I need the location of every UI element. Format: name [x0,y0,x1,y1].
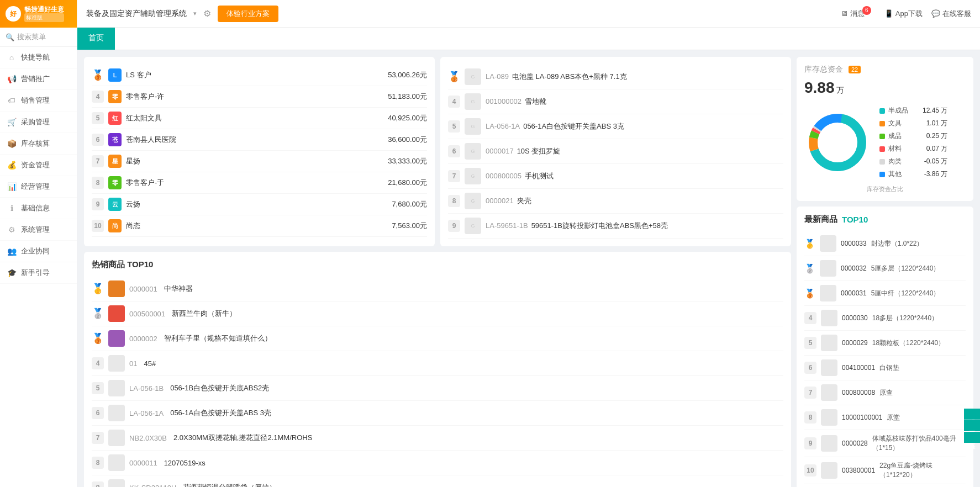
content-area: 🥉 L LS 客户 53,006.26元 4 零 零售客户-许 51,183. [77,50,980,487]
legend-name: 半成品 [888,106,908,115]
legend-item: 材料 0.07 万 [879,142,947,155]
sidebar-item-operations[interactable]: 📊 经营管理 [0,176,77,198]
medal-bronze-icon: 🥉 [804,288,815,299]
float-customer-service[interactable]: 客服热线 [964,409,980,420]
new-products-list: 🥇 0000033 封边带（1.0*22） 🥈 0000032 5厘多层（122… [804,231,966,484]
app-download-nav[interactable]: 📱 App下载 [884,9,923,19]
sidebar-item-finance[interactable]: 💰 资金管理 [0,155,77,176]
rank-item: 4 零 零售客户-许 51,183.00元 [92,86,427,108]
info-icon: ℹ [7,203,17,213]
product-code: LA-056-1B [129,384,164,393]
product-name: 原堂 [887,413,966,422]
customer-name: 尚态 [126,221,387,231]
rank-number: 5 [448,120,460,133]
product-code: 0000011 [129,459,157,467]
chart-icon: 📊 [7,182,17,192]
sidebar-item-inventory[interactable]: 📦 库存核算 [0,133,77,155]
sidebar-item-system[interactable]: ⚙ 系统管理 [0,219,77,241]
rank-item: 8 零 零售客户-于 21,680.00元 [92,172,427,194]
sidebar-item-newbie[interactable]: 🎓 新手引导 [0,262,77,284]
legend-dot [879,146,885,152]
product-code: 004100001 [842,364,875,372]
app-edition: 标准版 [24,13,64,22]
trial-button[interactable]: 体验行业方案 [218,6,278,22]
guide-icon: 🎓 [7,268,17,278]
inventory-title-text: 库存总资金 [804,65,843,73]
hot-item: 🥉 0000002 智利车子里（规格不知道填什么） [92,326,783,351]
inventory-card: 库存总资金 22 9.88 万 [797,57,973,201]
rank-number: 8 [804,411,816,424]
rank-item: 9 云 云扬 7,680.00元 [92,194,427,215]
rank-number: 7 [448,170,460,182]
rank-number: 5 [804,337,816,349]
product-thumbnail: G [465,218,481,234]
legend-name: 其他 [888,170,910,179]
product-code: 0000032 [841,264,867,272]
tab-home[interactable]: 首页 [77,28,115,50]
product-thumbnail: G [465,68,481,85]
medal-gold-icon: 🥇 [92,283,104,295]
legend-item: 成品 0.25 万 [879,130,947,142]
product-code: 0000028 [842,440,868,447]
customer-value: 33,333.00元 [388,156,427,166]
float-live-stream[interactable]: 直播 [964,432,980,443]
customer-avatar: 红 [108,112,122,125]
product-code: 0000031 [841,289,867,297]
legend-dot [879,121,885,126]
legend-item: 半成品 12.45 万 [879,104,947,117]
medal-bronze-icon: 🥉 [92,332,104,345]
message-icon: 🖥 [841,9,848,18]
search-menu-item[interactable]: 🔍 搜索菜单 [0,28,77,47]
settings-icon[interactable]: ⚙ [203,8,211,19]
sidebar-item-purchase[interactable]: 🛒 采购管理 [0,112,77,133]
shopping-icon: 🛒 [7,117,17,127]
product-name: 056-1B白色按键开关底ABS2壳 [170,383,783,393]
product-thumbnail [108,380,125,396]
customer-avatar: 尚 [108,219,122,232]
customer-name: 红太阳文具 [126,113,383,123]
tag-icon: 🏷 [7,96,17,105]
sidebar-item-collab[interactable]: 👥 企业协同 [0,241,77,262]
medal-silver-icon: 🥈 [804,263,815,274]
dropdown-arrow-icon[interactable]: ▾ [193,10,197,17]
product-thumbnail [108,430,125,446]
online-service-nav[interactable]: 💬 在线客服 [931,9,971,19]
sidebar-item-label: 新手引导 [21,268,50,278]
customer-value: 53,006.26元 [388,70,427,80]
product-name: 000800005手机测试 [486,171,783,181]
sidebar-item-basic-info[interactable]: ℹ 基础信息 [0,198,77,219]
product-name: 0000021夹壳 [486,196,783,206]
medal-silver-icon: 🥈 [92,308,104,320]
search-icon: 🔍 [6,33,14,41]
medal-icon: 🥉 [448,71,460,83]
sidebar-item-quicknav[interactable]: ⌂ 快捷导航 [0,47,77,68]
product-name: 001000002雪地靴 [486,97,783,107]
sidebar-item-label: 销售管理 [21,96,50,105]
rank-number: 7 [92,432,104,444]
product-name: 5厘中纤（1220*2440） [871,289,966,298]
legend-name: 肉类 [888,157,910,166]
rank-number: 8 [92,457,104,469]
rank-number: 5 [92,382,104,394]
product-thumbnail [108,479,125,487]
float-service-community[interactable]: 服务社区 [964,420,980,431]
product-name: 22g鱼豆腐-烧烤味（1*12*20） [879,461,966,480]
rank-number: 8 [92,177,104,189]
product-code: NB2.0X30B [129,434,167,442]
sidebar-item-marketing[interactable]: 📢 营销推广 [0,68,77,90]
product-name: 花语萌恒温分腿睡袋（厚款） [183,483,783,487]
messages-nav[interactable]: 🖥 消息 6 [841,9,876,19]
product-name: 原查 [879,388,966,398]
products-top10-card: 🥉 G LA-089电池盖 LA-089 ABS本色+黑种 7.1克 4 G 0… [440,57,791,246]
product-code: 0000033 [841,240,867,247]
product-thumbnail: G [465,93,481,110]
customer-value: 21,680.00元 [388,178,427,188]
sidebar-item-sales[interactable]: 🏷 销售管理 [0,90,77,112]
hot-item: 8 0000011 12070519-xs [92,451,783,475]
rank-item: 4 G 001000002雪地靴 [448,89,783,114]
system-name: 装备及固定资产辅助管理系统 [86,9,187,19]
customer-avatar: 零 [108,90,122,103]
new-product-item: 5 0000029 18颗粒板（1220*2440） [804,331,966,356]
new-product-item: 6 004100001 白钢垫 [804,356,966,380]
customers-rank-list: 🥉 L LS 客户 53,006.26元 4 零 零售客户-许 51,183. [92,65,427,237]
